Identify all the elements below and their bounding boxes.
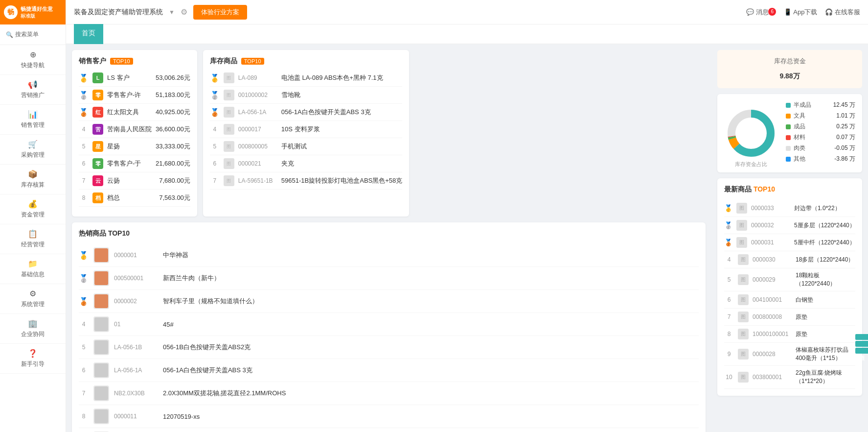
product-code: 000800008 [753,313,792,320]
legend-value: 1.01 万 [836,112,855,120]
medal-icon: 🥉 [724,239,732,246]
trial-plan-button[interactable]: 体验行业方案 [193,5,247,20]
product-name: 056-1A白色按键开关盖ABS 3克 [281,108,402,117]
sidebar-item-operation[interactable]: 📋经营管理 [0,224,66,254]
legend-item: 文具 1.01 万 [786,112,855,120]
inventory-top10-card: 库存商品 TOP10 🥇 图 LA-089 电池盖 LA-089 ABS本色+黑… [203,50,409,216]
rank-number: 4 [724,256,734,263]
message-button[interactable]: 💬 消息 6 [746,8,776,17]
sidebar-item-enterprise[interactable]: 🏢企业协同 [0,314,66,344]
new-products-list: 🥇 图 0000033 封边带（1.0*22） 🥈 图 0000032 5厘多层… [724,200,855,389]
product-img-small: 图 [738,274,749,285]
nav-label-basic-info: 基础信息 [21,270,45,279]
nav-label-marketing: 营销推广 [21,91,45,99]
chart-row: 库存资金占比 半成品 12.45 万 文具 1.01 万 成品 0.25 万 材… [724,101,855,166]
list-item: 5 LA-056-1B 056-1B白色按键开关盖ABS2克 [79,336,699,359]
customer-avatar: 云 [92,175,103,186]
customer-avatar: 零 [92,90,103,100]
product-image [93,270,109,286]
table-row: 6 零 零售客户-于 21,680.00元 [79,155,190,172]
list-item: 9 图 0000028 体椒嘉枚味苏打饮品400毫升（1*15） [724,343,855,366]
rank-number: 8 [79,194,89,201]
customer-avatar: L [92,72,103,83]
legend-color-dot [786,124,791,129]
sidebar-item-basic-info[interactable]: 📁基础信息 [0,254,66,284]
product-img-small: 图 [738,254,749,265]
customers-header: 销售客户 TOP10 [79,57,190,66]
product-code: 004100001 [753,296,792,303]
product-code: 001000002 [238,92,277,98]
service-btn-1[interactable]: 服务社区 [855,341,868,347]
legend-value: 12.45 万 [833,101,855,109]
app-download-button[interactable]: 📱 App下载 [784,8,817,17]
app-logo: 畅 畅捷通好生意 标准版 [0,0,66,24]
medal-icon: 🥈 [79,274,89,283]
product-code: 003800001 [753,374,792,381]
search-menu-button[interactable]: 🔍 搜索菜单 [4,28,62,41]
medal-icon: 🥈 [79,91,89,100]
list-item: 8 0000011 12070519-xs [79,405,699,428]
sidebar-item-system[interactable]: ⚙系统管理 [0,284,66,314]
table-row: 🥉 图 LA-056-1A 056-1A白色按键开关盖ABS 3克 [210,104,402,121]
product-name: 电池盖 LA-089 ABS本色+黑种 7.1克 [281,73,402,82]
chart-label: 库存资金占比 [724,161,778,168]
sidebar: 畅 畅捷通好生意 标准版 🔍 搜索菜单 ⊕快捷导航📢营销推广📊销售管理🛒采购管理… [0,0,66,432]
sidebar-item-purchase[interactable]: 🛒采购管理 [0,135,66,165]
nav-home[interactable]: 首页 [74,24,103,44]
customers-badge: TOP10 [110,58,133,65]
legend-item: 半成品 12.45 万 [786,101,855,109]
service-float: 客服热线服务社区直播 [855,334,868,354]
nav-icon-operation: 📋 [28,229,38,239]
chart-legend: 半成品 12.45 万 文具 1.01 万 成品 0.25 万 材料 0.07 … [786,101,855,166]
topbar: 装备及固定资产辅助管理系统 ▼ ⚙ 体验行业方案 💬 消息 6 📱 App下载 … [66,0,868,24]
product-code: LA-056-1A [114,367,158,374]
customer-amount: 51,183.00元 [156,91,190,99]
nav-icon-sales: 📊 [28,110,38,119]
medal-icon: 🥉 [79,108,89,117]
medal-icon: 🥈 [724,221,732,229]
list-item: 🥇 图 0000033 封边带（1.0*22） [724,200,855,217]
product-code: NB2.0X30B [114,390,158,397]
product-img: 图 [224,107,234,118]
product-name: 智利车子里（规格不知道填什么） [163,297,699,306]
rank-number: 4 [79,126,89,133]
sidebar-item-finance[interactable]: 💰资金管理 [0,194,66,224]
online-service-button[interactable]: 🎧 在线客服 [825,8,860,17]
sidebar-item-quick-nav[interactable]: ⊕快捷导航 [0,45,66,75]
legend-color-dot [786,135,791,140]
nav-icon-purchase: 🛒 [28,140,38,149]
product-image [93,293,109,309]
medal-icon: 🥈 [210,91,220,100]
product-code: 01 [114,321,158,328]
nav-label-inventory: 库存核算 [21,181,45,189]
dropdown-arrow-icon[interactable]: ▼ [169,9,175,16]
sidebar-item-sales[interactable]: 📊销售管理 [0,105,66,135]
sidebar-item-guide[interactable]: ❓新手引导 [0,344,66,374]
customer-amount: 7,563.00元 [159,193,190,202]
product-img-small: 图 [738,372,749,383]
sidebar-item-marketing[interactable]: 📢营销推广 [0,75,66,105]
settings-icon[interactable]: ⚙ [181,7,187,17]
sidebar-search-section: 🔍 搜索菜单 [0,24,66,45]
product-code: 0000017 [238,126,277,133]
product-name: 原垫 [796,313,855,321]
new-products-top-label: TOP10 [754,185,775,193]
product-name: 22g鱼豆腐·烧烤味（1*12*20） [796,369,855,385]
logo-icon: 畅 [4,5,18,19]
list-item: 🥉 0000002 智利车子里（规格不知道填什么） [79,290,699,313]
service-btn-0[interactable]: 客服热线 [855,334,868,340]
new-products-title: 最新商品 TOP10 [724,185,855,194]
content-left: 销售客户 TOP10 🥇 L LS 客户 53,006.26元 🥈 零 零售客户… [66,44,711,432]
nav-icon-basic-info: 📁 [28,259,38,268]
list-item: 🥈 000500001 新西兰牛肉（新牛） [79,267,699,290]
service-btn-2[interactable]: 直播 [855,348,868,354]
nav-label-purchase: 采购管理 [21,151,45,159]
content-right: 库存总资金 9.88万 [711,44,868,432]
sidebar-item-inventory[interactable]: 📦库存核算 [0,165,66,194]
new-products-card: 最新商品 TOP10 🥇 图 0000033 封边带（1.0*22） 🥈 图 0… [717,178,862,396]
product-name: 59651-1B旋转投影灯电池盒ABS黑色+58克 [281,176,402,185]
product-code: 000500001 [114,275,158,282]
legend-value: 0.07 万 [836,133,855,142]
customers-top10-card: 销售客户 TOP10 🥇 L LS 客户 53,006.26元 🥈 零 零售客户… [72,50,197,216]
legend-item: 材料 0.07 万 [786,133,855,142]
